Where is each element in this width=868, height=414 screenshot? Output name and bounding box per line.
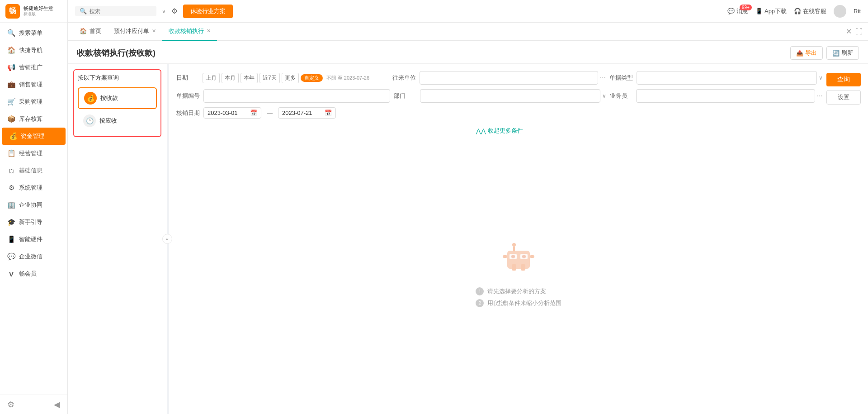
calendar-start-icon[interactable]: 📅 [250, 109, 257, 116]
logo-area: 畅 畅捷通好生意 标准版 [0, 0, 67, 23]
filter-options-bordered: 按以下方案查询 💰 按收款 🕐 按应收 [73, 69, 161, 137]
sidebar-item-wechat[interactable]: 💬 企业微信 [0, 248, 67, 265]
messages-btn[interactable]: 💬 消息 99+ [727, 7, 748, 15]
settings-icon[interactable]: ⚙ [7, 400, 14, 409]
tab-writeoff-label: 收款核销执行 [169, 27, 204, 35]
filter-by-receipt[interactable]: 💰 按收款 [78, 87, 157, 109]
collapse-sidebar-btn[interactable]: ◀ [54, 400, 60, 409]
finance-icon: 💰 [9, 132, 17, 140]
date-btn-lastmonth[interactable]: 上月 [203, 73, 220, 83]
maximize-window-btn[interactable]: ⛶ [855, 28, 863, 36]
sidebar-item-enterprise[interactable]: 🏢 企业协同 [0, 196, 67, 214]
inventory-icon: 📦 [7, 115, 15, 123]
receipt-icon-circle: 💰 [84, 92, 97, 105]
calendar-end-icon[interactable]: 📅 [325, 109, 332, 116]
tab-prepay[interactable]: 预付冲应付单 ✕ [108, 23, 162, 41]
main-area: 🔍 ∨ ⚙ 休验行业方案 💬 消息 99+ 📱 App下载 🎧 在线客服 Rit [68, 0, 868, 414]
date-btn-thismonth[interactable]: 本月 [222, 73, 239, 83]
counterparty-input[interactable] [420, 71, 598, 85]
sidebar-item-finance[interactable]: 💰 资金管理 [2, 128, 66, 145]
date-btn-thisyear[interactable]: 本年 [241, 73, 258, 83]
sidebar-item-hardware[interactable]: 📱 智能硬件 [0, 231, 67, 248]
filter-by-receivable[interactable]: 🕐 按应收 [78, 111, 157, 131]
page-header: 收款核销执行(按收款) 📤 导出 🔄 刷新 [68, 41, 868, 64]
date-custom-badge: 自定义 [301, 74, 323, 82]
panel-title: 按以下方案查询 [78, 74, 157, 82]
empty-hint-2: 2 用[过滤]条件来缩小分析范围 [476, 299, 561, 307]
collapse-more-btn[interactable]: ⋀⋀ 收起更多条件 [176, 127, 823, 135]
svg-point-10 [522, 255, 526, 258]
gear-icon[interactable]: ⚙ [171, 7, 178, 15]
sidebar-item-label: 搜索菜单 [19, 29, 42, 37]
logo-badge: 标准版 [24, 11, 53, 17]
voucher-no-input[interactable] [203, 89, 390, 103]
refresh-button[interactable]: 🔄 刷新 [826, 46, 859, 60]
svg-rect-0 [507, 251, 530, 269]
home-icon: 🏠 [7, 46, 15, 54]
sidebar-item-guide[interactable]: 🎓 新手引导 [0, 214, 67, 231]
voucher-type-label: 单据类型 [609, 74, 633, 82]
sidebar-item-basic-info[interactable]: 🗂 基础信息 [0, 162, 67, 179]
sidebar-item-inventory[interactable]: 📦 库存核算 [0, 110, 67, 128]
tab-writeoff[interactable]: 收款核销执行 ✕ [162, 23, 217, 41]
solution-button[interactable]: 休验行业方案 [183, 5, 233, 18]
svg-point-9 [511, 255, 515, 258]
hint-number-2: 2 [476, 299, 484, 307]
online-service-btn[interactable]: 🎧 在线客服 [794, 7, 826, 15]
dept-chevron-icon[interactable]: ∨ [602, 93, 606, 99]
sidebar-item-system[interactable]: ⚙ 系统管理 [0, 179, 67, 196]
sidebar-item-label: 采购管理 [19, 98, 42, 106]
logo-icon: 畅 [5, 4, 20, 19]
refresh-icon: 🔄 [832, 50, 840, 57]
query-button[interactable]: 查询 [826, 73, 861, 86]
sidebar-item-sales[interactable]: 💼 销售管理 [0, 76, 67, 93]
dropdown-chevron-icon[interactable]: ∨ [162, 8, 166, 14]
app-download-btn[interactable]: 📱 App下载 [755, 7, 787, 15]
voucher-type-select[interactable] [637, 71, 817, 85]
user-avatar[interactable] [834, 5, 846, 18]
search-input[interactable] [90, 8, 148, 14]
member-icon: V [7, 270, 15, 278]
export-button[interactable]: 📤 导出 [790, 46, 823, 60]
close-tab-writeoff-icon[interactable]: ✕ [207, 28, 211, 34]
svg-rect-8 [530, 255, 534, 258]
sidebar-item-purchase[interactable]: 🛒 采购管理 [0, 93, 67, 110]
logo-text: 畅捷通好生意 [24, 5, 53, 11]
sidebar-item-quicknav[interactable]: 🏠 快捷导航 [0, 42, 67, 59]
date-btn-more[interactable]: 更多 [282, 73, 299, 83]
topbar: 🔍 ∨ ⚙ 休验行业方案 💬 消息 99+ 📱 App下载 🎧 在线客服 Rit [68, 0, 868, 23]
tab-home[interactable]: 🏠 首页 [73, 23, 108, 41]
system-icon: ⚙ [7, 184, 15, 192]
panel-collapse-button[interactable]: « [162, 234, 172, 244]
writeoff-date-end-input[interactable] [282, 109, 323, 116]
sidebar-footer: ⚙ ◀ [0, 395, 67, 414]
voucher-type-chevron-icon[interactable]: ∨ [819, 75, 823, 81]
staff-dots-icon[interactable]: ··· [817, 92, 823, 100]
sidebar-item-member[interactable]: V 畅会员 [0, 265, 67, 282]
close-window-btn[interactable]: ✕ [846, 27, 852, 36]
sidebar-item-operations[interactable]: 📋 经营管理 [0, 145, 67, 162]
tabbar: 🏠 首页 预付冲应付单 ✕ 收款核销执行 ✕ ✕ ⛶ [68, 23, 868, 41]
filter-receipt-label: 按收款 [100, 94, 118, 102]
close-tab-prepay-icon[interactable]: ✕ [152, 28, 156, 34]
hint-text-1: 请先选择要分析的方案 [487, 287, 546, 295]
service-label: 在线客服 [803, 7, 826, 15]
sidebar-item-search[interactable]: 🔍 搜索菜单 [0, 24, 67, 42]
sidebar-item-label: 企业微信 [19, 252, 42, 261]
message-badge: 99+ [740, 5, 752, 10]
svg-rect-5 [513, 246, 515, 252]
export-label: 导出 [805, 49, 817, 57]
settings-button[interactable]: 设置 [826, 90, 861, 105]
staff-input[interactable] [636, 89, 815, 103]
counterparty-dots-icon[interactable]: ··· [600, 74, 606, 82]
date-btn-7days[interactable]: 近7天 [259, 73, 280, 83]
sidebar-item-marketing[interactable]: 📢 营销推广 [0, 59, 67, 76]
username-label: Rit [854, 8, 861, 14]
search-box[interactable]: 🔍 [75, 6, 156, 16]
collapse-icon: ⋀⋀ [476, 128, 486, 134]
sidebar-item-label: 营销推广 [19, 63, 42, 71]
dept-select[interactable] [420, 89, 601, 103]
right-content-panel: 日期 上月 本月 本年 近7天 更多 自定义 不限 至 2023-07-26 往… [169, 64, 868, 414]
writeoff-date-start-input[interactable] [208, 109, 248, 116]
dept-label: 部门 [394, 92, 416, 100]
